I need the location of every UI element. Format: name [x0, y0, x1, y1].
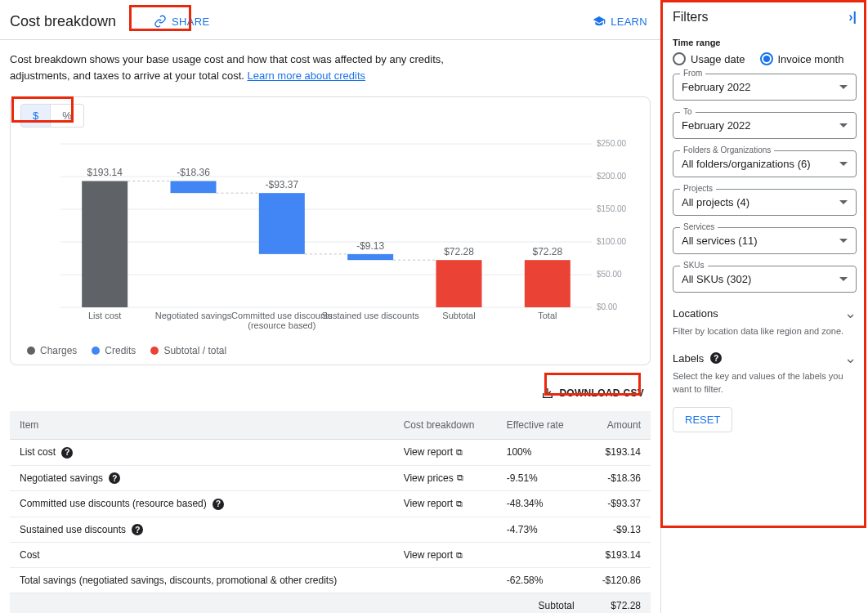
chart-card: $ % $0.00$50.00$100.00$150.00$200.00$250…	[10, 96, 651, 365]
from-value: February 2022	[682, 81, 751, 93]
help-icon[interactable]: ?	[109, 472, 120, 484]
skus-select[interactable]: SKUs All SKUs (302)	[673, 266, 857, 293]
cell-amount: -$120.86	[584, 568, 651, 593]
svg-text:$250.00: $250.00	[597, 139, 627, 148]
cell-item: Cost	[10, 543, 394, 568]
view-report-link[interactable]: View report ⧉	[404, 549, 463, 561]
svg-text:(resource based): (resource based)	[248, 320, 315, 330]
cell-item: Negotiated savings ?	[10, 465, 394, 491]
chevron-down-icon	[839, 277, 848, 281]
chart-legend: ChargesCreditsSubtotal / total	[20, 340, 640, 356]
legend-item: Credits	[92, 345, 136, 356]
folders-select[interactable]: Folders & Organizations All folders/orga…	[673, 150, 857, 177]
to-select[interactable]: To February 2022	[673, 112, 857, 139]
labels-label: Labels	[673, 352, 704, 365]
chevron-down-icon	[839, 85, 848, 89]
svg-text:Subtotal: Subtotal	[442, 311, 475, 320]
view-report-link[interactable]: View report ⧉	[404, 498, 463, 509]
help-icon[interactable]: ?	[213, 499, 224, 510]
to-label: To	[680, 107, 696, 116]
services-select[interactable]: Services All services (11)	[673, 227, 857, 254]
learn-button[interactable]: LEARN	[593, 15, 647, 28]
learn-more-link[interactable]: Learn more about credits	[247, 69, 365, 82]
description: Cost breakdown shows your base usage cos…	[0, 40, 458, 92]
svg-text:$72.28: $72.28	[444, 246, 474, 257]
cell-cb: View report ⧉	[394, 491, 497, 517]
svg-rect-22	[347, 254, 393, 260]
projects-label: Projects	[680, 184, 716, 193]
from-select[interactable]: From February 2022	[673, 74, 857, 101]
cell-er: 100%	[497, 440, 584, 466]
cell-amount: -$18.36	[584, 465, 651, 491]
external-link-icon: ⧉	[456, 550, 463, 561]
svg-text:List cost: List cost	[88, 311, 121, 320]
folders-value: All folders/organizations (6)	[682, 158, 811, 170]
svg-rect-25	[436, 260, 482, 307]
legend-item: Subtotal / total	[150, 345, 226, 356]
svg-rect-28	[525, 260, 570, 307]
svg-text:$50.00: $50.00	[597, 270, 622, 279]
cell-er: -48.34%	[497, 491, 584, 517]
radio-icon	[760, 52, 773, 65]
help-icon[interactable]: ?	[132, 524, 143, 535]
radio-usage-date[interactable]: Usage date	[673, 52, 745, 65]
legend-item: Charges	[27, 345, 77, 356]
download-csv-button[interactable]: DOWNLOAD CSV	[535, 382, 651, 405]
download-label: DOWNLOAD CSV	[559, 387, 644, 399]
share-button[interactable]: SHARE	[145, 10, 217, 33]
cell-cb	[394, 568, 497, 593]
description-text: Cost breakdown shows your base usage cos…	[10, 53, 444, 82]
graduation-icon	[593, 15, 606, 28]
svg-text:$150.00: $150.00	[597, 204, 627, 213]
table-summary-row: Subtotal $72.28	[10, 593, 651, 614]
locations-hint: Filter by location data like region and …	[673, 325, 857, 338]
cell-amount: $193.14	[584, 440, 651, 466]
radio-invoice-month[interactable]: Invoice month	[760, 52, 844, 65]
svg-text:-$93.37: -$93.37	[265, 179, 298, 190]
chevron-down-icon: ⌄	[844, 304, 857, 322]
table-row: Total savings (negotiated savings, disco…	[10, 568, 651, 593]
svg-text:$72.28: $72.28	[532, 246, 562, 257]
external-link-icon: ⧉	[456, 499, 463, 509]
toggle-percent[interactable]: %	[51, 104, 84, 128]
external-link-icon: ⧉	[457, 472, 463, 483]
view-report-link[interactable]: View report ⧉	[404, 446, 463, 458]
chevron-down-icon	[839, 162, 848, 166]
svg-text:Committed use discounts: Committed use discounts	[231, 311, 333, 320]
cell-item: Committed use discounts (resource based)…	[10, 491, 394, 517]
cell-item: Sustained use discounts ?	[10, 517, 394, 543]
labels-expand[interactable]: Labels ? ⌄	[673, 349, 857, 367]
cell-item: Total savings (negotiated savings, disco…	[10, 568, 394, 593]
page-title: Cost breakdown	[10, 13, 116, 30]
table-row: List cost ? View report ⧉ 100% $193.14	[10, 440, 651, 466]
unit-toggle: $ %	[20, 97, 640, 128]
svg-text:Sustained use discounts: Sustained use discounts	[322, 311, 420, 320]
chevron-down-icon	[839, 200, 848, 204]
reset-button[interactable]: RESET	[673, 407, 732, 432]
svg-text:$200.00: $200.00	[597, 172, 627, 181]
view-report-link[interactable]: View prices ⧉	[404, 472, 463, 484]
share-label: SHARE	[172, 16, 209, 28]
projects-select[interactable]: Projects All projects (4)	[673, 189, 857, 216]
locations-expand[interactable]: Locations ⌄	[673, 304, 857, 322]
from-label: From	[680, 69, 705, 78]
radio-invoice-month-label: Invoice month	[778, 53, 844, 65]
cell-cb: View report ⧉	[394, 440, 497, 466]
svg-rect-12	[82, 181, 128, 307]
cell-er: -62.58%	[497, 568, 584, 593]
cell-amount: -$93.37	[584, 491, 651, 517]
collapse-filters-icon[interactable]: ›|	[848, 10, 857, 25]
projects-value: All projects (4)	[682, 196, 749, 208]
svg-text:$0.00: $0.00	[597, 302, 617, 311]
cell-er: -4.73%	[497, 517, 584, 543]
time-range-label: Time range	[673, 38, 857, 47]
summary-label: Subtotal	[497, 593, 584, 614]
svg-text:Negotiated savings: Negotiated savings	[155, 311, 232, 320]
svg-rect-18	[259, 193, 305, 254]
external-link-icon: ⧉	[456, 447, 463, 458]
help-icon[interactable]: ?	[61, 447, 73, 459]
toggle-dollar[interactable]: $	[20, 104, 51, 128]
svg-text:$100.00: $100.00	[597, 237, 627, 246]
locations-label: Locations	[673, 307, 718, 320]
help-icon[interactable]: ?	[710, 352, 722, 364]
